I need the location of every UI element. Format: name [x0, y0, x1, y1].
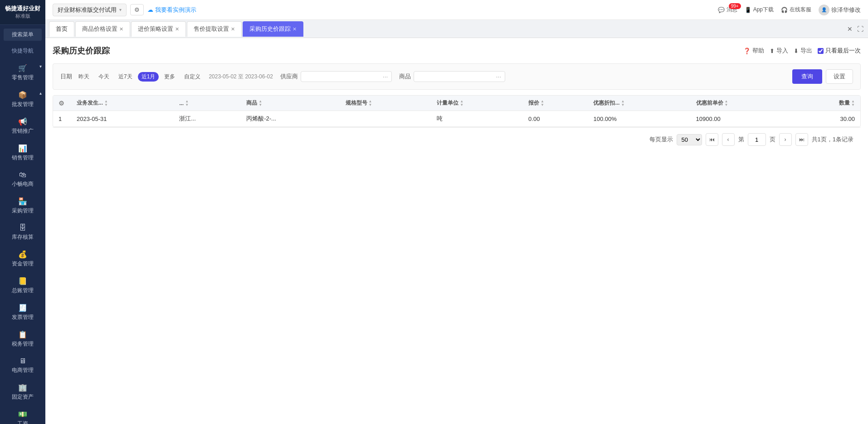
sidebar-item-finance[interactable]: 💰 资金管理 — [0, 246, 45, 272]
filter-area: 日期 昨天 今天 近7天 近1月 更多 自定义 2023-05-02 至 202… — [53, 63, 861, 90]
chevron-down-icon: ▾ — [119, 7, 122, 12]
supplier-more-icon[interactable]: ··· — [383, 73, 388, 80]
col-product[interactable]: 商品 ▲▼ — [241, 96, 340, 111]
export-button[interactable]: ⬇ 导出 — [794, 47, 812, 55]
col-quantity[interactable]: 数量 ▲▼ — [795, 96, 860, 111]
headphone-icon: 🎧 — [781, 7, 788, 13]
last-page-button[interactable]: ⏭ — [795, 133, 808, 146]
message-button[interactable]: 💬 消息 99+ — [718, 6, 737, 14]
per-page-select[interactable]: 20 50 100 — [677, 134, 702, 145]
close-purchase-strategy-tab[interactable]: ✕ — [175, 26, 179, 32]
topbar-left: 好业财标准版交付试用 ▾ ⚙ ☁ 我要看实例演示 — [53, 4, 718, 16]
product-label: 商品 — [399, 72, 411, 81]
col-more[interactable]: ... ▲▼ — [174, 96, 241, 111]
col-biz-date[interactable]: 业务发生... ▲▼ — [71, 96, 174, 111]
prev-page-button[interactable]: ‹ — [722, 133, 735, 146]
tab-home[interactable]: 首页 — [49, 21, 74, 37]
row-price: 0.00 — [523, 111, 588, 127]
last1month-option[interactable]: 近1月 — [138, 72, 159, 82]
close-purchase-history-tab[interactable]: ✕ — [293, 26, 297, 32]
today-option[interactable]: 今天 — [95, 72, 113, 82]
version-selector[interactable]: 好业财标准版交付试用 ▾ — [53, 4, 127, 16]
product-input[interactable] — [418, 73, 494, 80]
close-sale-price-tab[interactable]: ✕ — [231, 26, 235, 32]
purchase-strategy-tab-label: 进价策略设置 — [138, 25, 173, 33]
sidebar-item-general-ledger[interactable]: 📒 总账管理 — [0, 272, 45, 299]
sort-icon-8: ▲▼ — [725, 100, 728, 107]
close-product-price-tab[interactable]: ✕ — [119, 26, 123, 32]
col-price[interactable]: 报价 ▲▼ — [523, 96, 588, 111]
inventory-icon: 🗄 — [19, 224, 26, 232]
sidebar-item-wholesale[interactable]: 📦 批发管理 ▴ — [0, 86, 45, 113]
supplier-input[interactable] — [305, 73, 381, 80]
sidebar-item-payroll[interactable]: 💵 工资 — [0, 405, 45, 424]
help-button[interactable]: ❓ 帮助 — [743, 47, 764, 55]
tax-icon: 📋 — [18, 330, 27, 339]
row-before-discount: 10900.00 — [691, 111, 795, 127]
only-last-checkbox-label[interactable]: 只看最后一次 — [818, 47, 861, 55]
last7-option[interactable]: 近7天 — [115, 72, 136, 82]
page-unit: 页 — [770, 135, 775, 144]
yesterday-option[interactable]: 昨天 — [75, 72, 93, 82]
app-download-button[interactable]: 📱 App下载 — [745, 6, 774, 14]
sort-icon-3: ▲▼ — [258, 100, 262, 107]
table-header-row: ⚙ 业务发生... ▲▼ ... ▲▼ — [53, 96, 860, 111]
sidebar-item-tax[interactable]: 📋 税务管理 — [0, 326, 45, 352]
product-input-wrapper: ··· — [414, 71, 505, 82]
sidebar-item-marketing[interactable]: 📢 营销推广 — [0, 113, 45, 140]
demo-button[interactable]: ☁ 我要看实例演示 — [147, 6, 196, 14]
first-page-button[interactable]: ⏮ — [706, 133, 718, 146]
sidebar: 畅捷通好业财 标准版 搜索菜单 快捷导航 🛒 零售管理 ▾ 📦 批发管理 ▴ 📢… — [0, 0, 45, 424]
close-all-tabs-button[interactable]: ✕ — [846, 24, 853, 34]
sidebar-item-assets[interactable]: 🏢 固定资产 — [0, 379, 45, 405]
logo-sub: 标准版 — [4, 13, 42, 19]
sidebar-item-sales[interactable]: 📊 销售管理 — [0, 140, 45, 166]
content-area: 采购历史价跟踪 ❓ 帮助 ⬆ 导入 ⬇ 导出 只看最后一次 — [45, 38, 868, 424]
topbar-gear-button[interactable]: ⚙ — [130, 4, 144, 15]
sidebar-item-invoice[interactable]: 🧾 发票管理 — [0, 299, 45, 326]
col-before-discount[interactable]: 优惠前单价 ▲▼ — [691, 96, 795, 111]
quick-nav-button[interactable]: 快捷导航 — [0, 44, 45, 58]
query-button[interactable]: 查询 — [792, 69, 822, 84]
sidebar-item-retail[interactable]: 🛒 零售管理 ▾ — [0, 59, 45, 86]
col-spec[interactable]: 规格型号 ▲▼ — [340, 96, 432, 111]
product-more-icon[interactable]: ··· — [496, 73, 501, 80]
import-button[interactable]: ⬆ 导入 — [770, 47, 788, 55]
tab-purchase-strategy[interactable]: 进价策略设置 ✕ — [131, 21, 186, 37]
col-unit[interactable]: 计量单位 ▲▼ — [431, 96, 523, 111]
ecommerce-light-icon: 🛍 — [19, 171, 26, 179]
tabbar: 首页 商品价格设置 ✕ 进价策略设置 ✕ 售价提取设置 ✕ 采购历史价跟踪 ✕ … — [45, 20, 868, 38]
only-last-checkbox[interactable] — [818, 48, 824, 54]
settings-button[interactable]: 设置 — [826, 69, 853, 84]
col-discount[interactable]: 优惠折扣... ▲▼ — [588, 96, 690, 111]
topbar: 好业财标准版交付试用 ▾ ⚙ ☁ 我要看实例演示 💬 消息 99+ 📱 App下… — [45, 0, 868, 20]
message-icon: 💬 — [718, 7, 725, 13]
col-settings[interactable]: ⚙ — [53, 96, 71, 111]
sidebar-search-section[interactable]: 搜索菜单 — [0, 25, 45, 44]
row-index: 1 — [53, 111, 71, 127]
sidebar-item-ecommerce[interactable]: 🖥 电商管理 — [0, 352, 45, 379]
more-option[interactable]: 更多 — [161, 72, 179, 82]
search-menu-button[interactable]: 搜索菜单 — [4, 29, 42, 41]
tab-purchase-history[interactable]: 采购历史价跟踪 ✕ — [243, 21, 303, 37]
page-input[interactable] — [748, 133, 766, 146]
home-tab-label: 首页 — [56, 25, 68, 33]
tab-product-price[interactable]: 商品价格设置 ✕ — [75, 21, 130, 37]
next-page-button[interactable]: › — [779, 133, 792, 146]
user-menu-button[interactable]: 👤 徐泽华修改 — [819, 5, 861, 15]
sales-icon: 📊 — [18, 144, 27, 153]
gear-icon[interactable]: ⚙ — [59, 100, 64, 107]
tab-sale-price[interactable]: 售价提取设置 ✕ — [187, 21, 242, 37]
per-page-label: 每页显示 — [649, 135, 673, 144]
custom-option[interactable]: 自定义 — [180, 72, 204, 82]
product-price-tab-label: 商品价格设置 — [82, 25, 117, 33]
maximize-button[interactable]: ⛶ — [856, 24, 864, 34]
sidebar-item-ecommerce-light[interactable]: 🛍 小畅电商 — [0, 166, 45, 193]
sidebar-item-purchase[interactable]: 🏪 采购管理 — [0, 193, 45, 219]
date-range-display: 2023-05-02 至 2023-06-02 — [209, 73, 273, 81]
supplier-label: 供应商 — [280, 72, 298, 81]
online-service-button[interactable]: 🎧 在线客服 — [781, 6, 811, 14]
message-badge: 99+ — [729, 3, 741, 9]
sidebar-item-inventory[interactable]: 🗄 库存核算 — [0, 219, 45, 246]
page-word: 第 — [738, 135, 744, 144]
